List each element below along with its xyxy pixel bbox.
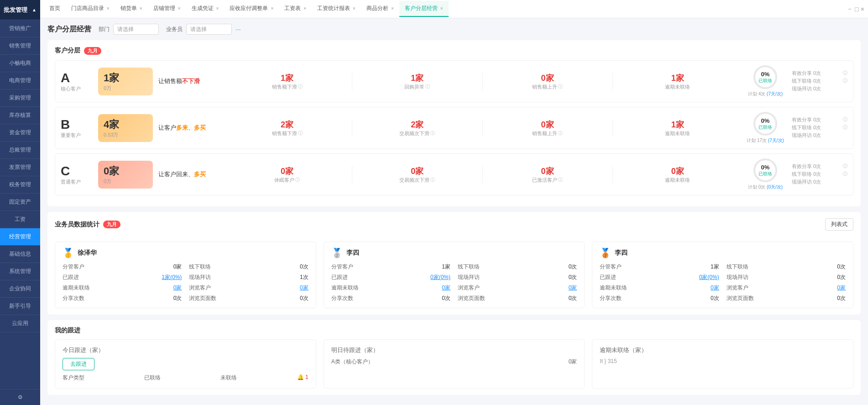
tier-a-stat-3[interactable]: 1家 逾期未联络 — [613, 73, 743, 90]
sidebar-item-gz[interactable]: 工资 — [0, 211, 40, 228]
tier-b-count: 4家 0.53万 — [98, 114, 153, 142]
tier-c-circle: 0% 已联络 计划 0次 (0天/次) — [743, 158, 788, 190]
tab-close-product-analysis[interactable]: × — [391, 6, 394, 11]
follow-overdue-card: 逾期未联络（家） It } 315 — [592, 339, 853, 389]
sidebar-item-yxtg[interactable]: 营销推广 — [0, 20, 40, 37]
tab-payroll-report[interactable]: 工资统计报表 × — [312, 1, 361, 17]
sidebar-item-xtgl[interactable]: 系统管理 — [0, 263, 40, 280]
staff-header-0: 🥇 徐泽华 — [63, 247, 309, 258]
tab-close-payroll-report[interactable]: × — [353, 6, 356, 11]
tier-a-stat-1[interactable]: 1家 回购异常 ⓘ — [352, 73, 482, 90]
gear-icon: ⚙ — [18, 394, 23, 400]
sidebar-item-dsgl[interactable]: 电商管理 — [0, 72, 40, 89]
medal-bronze-icon: 🥉 — [600, 247, 611, 258]
sidebar-item-kchj[interactable]: 库存核算 — [0, 107, 40, 124]
sidebar-item-zzgl[interactable]: 总账管理 — [0, 142, 40, 159]
follow-title: 我的跟进 — [55, 326, 853, 335]
sidebar-item-xcdds[interactable]: 小畅电商 — [0, 55, 40, 72]
tab-ar-ap[interactable]: 应收应付调整单 × — [224, 1, 279, 17]
follow-grid: 今日跟进（家） 去跟进 客户类型 已联络 未联络 🔔 1 — [55, 339, 853, 389]
staff-header-1: 🥈 李四 — [331, 247, 577, 258]
tier-b-stat-1[interactable]: 2家 交易频次下滑 ⓘ — [352, 119, 482, 137]
tier-a-side: 有效分享 0次ⓘ 线下联络 0次ⓘ 现场拜访 0次 — [788, 70, 847, 93]
sidebar-item-fpgl[interactable]: 发票管理 — [0, 159, 40, 176]
sidebar-item-qyxt[interactable]: 企业协同 — [0, 280, 40, 298]
sidebar-item-xsgl[interactable]: 销售管理 — [0, 37, 40, 55]
tier-b-label: B 重要客户 — [61, 117, 93, 139]
tab-close-store-manage[interactable]: × — [178, 6, 181, 11]
tier-b-stat-3[interactable]: 1家 逾期未联络 — [613, 119, 743, 137]
staff-stats-section: 业务员数据统计 九月 列表式 🥇 徐泽华 分管客户 0家 — [47, 212, 861, 315]
sidebar-item-swgl[interactable]: 税务管理 — [0, 176, 40, 194]
sidebar-collapse-icon[interactable]: ▲ — [32, 7, 37, 12]
staff-card-0: 🥇 徐泽华 分管客户 0家 线下联络 0次 已跟进 — [55, 242, 316, 308]
staff-stat-xcbf-1: 现场拜访 0次 — [458, 274, 577, 281]
staff-stat-llym-1: 浏览页面数 0次 — [458, 295, 577, 302]
tier-a-stat-0[interactable]: 1家 销售额下滑 ⓘ — [222, 73, 352, 90]
tab-window-controls: － □ × — [847, 5, 864, 13]
staff-stat-yjj-1: 已跟进 0家(0%) — [331, 274, 450, 281]
sidebar-settings[interactable]: ⚙ — [0, 389, 40, 405]
my-follow-section: 我的跟进 今日跟进（家） 去跟进 客户类型 已联络 未联络 🔔 1 — [47, 320, 861, 395]
staff-select[interactable]: 请选择 — [186, 24, 232, 35]
sidebar-item-zjgl[interactable]: 资金管理 — [0, 124, 40, 142]
dept-select[interactable]: 请选择 — [113, 24, 159, 35]
tab-voucher[interactable]: 生成凭证 × — [186, 1, 225, 17]
sidebar-item-cxgl[interactable]: 采购管理 — [0, 89, 40, 107]
minimize-icon[interactable]: － — [847, 5, 853, 13]
tab-customer-tier[interactable]: 客户分层经营 × — [399, 1, 449, 17]
staff-stat-llym-0: 浏览页面数 0次 — [189, 295, 308, 302]
staff-stat-fgkh-2: 分管客户 1家 — [600, 263, 719, 271]
tier-c-stat-3[interactable]: 0家 逾期未联络 — [613, 166, 743, 184]
tab-close-ar-ap[interactable]: × — [271, 6, 273, 11]
sidebar-item-xsyd[interactable]: 新手引导 — [0, 298, 40, 315]
go-follow-button[interactable]: 去跟进 — [63, 358, 94, 370]
tier-b-stat-2[interactable]: 0家 销售额上升 ⓘ — [483, 119, 613, 137]
staff-stats-header: 业务员数据统计 九月 列表式 — [55, 218, 853, 231]
staff-header-2: 🥉 李四 — [600, 247, 846, 258]
staff-stats-2: 分管客户 1家 线下联络 0次 已跟进 0家(0%) 现场拜访 — [600, 263, 846, 302]
tab-close-sales-order[interactable]: × — [140, 6, 142, 11]
sidebar-item-gdcz[interactable]: 固定资产 — [0, 194, 40, 211]
more-filter-btn[interactable]: ··· — [235, 26, 241, 33]
tab-store-products[interactable]: 门店商品目录 × — [66, 1, 115, 17]
tab-product-analysis[interactable]: 商品分析 × — [361, 1, 399, 17]
tab-store-manage[interactable]: 店铺管理 × — [148, 1, 186, 17]
tier-c-label: C 普通客户 — [61, 164, 93, 185]
tier-b-circle: 0% 已联络 计划 17次 (7天/次) — [743, 112, 788, 144]
tab-close-voucher[interactable]: × — [216, 6, 219, 11]
tier-c-stat-1[interactable]: 0家 交易频次下滑 ⓘ — [352, 166, 482, 184]
close-icon[interactable]: × — [861, 5, 864, 13]
tab-payroll[interactable]: 工资表 × — [279, 1, 312, 17]
tier-a-stat-2[interactable]: 0家 销售额上升 ⓘ — [483, 73, 613, 90]
tab-close-payroll[interactable]: × — [303, 6, 306, 11]
staff-card-1: 🥈 李四 分管客户 1家 线下联络 0次 已跟进 — [324, 242, 585, 308]
tier-c-stat-0[interactable]: 0家 休眠客户 ⓘ — [222, 166, 352, 184]
sidebar-item-jygl[interactable]: 经营管理 — [0, 228, 40, 246]
tier-row-c: C 普通客户 0家 0万 让客户回来、多买 0家 休眠客户 ⓘ 0家 — [55, 153, 853, 195]
staff-grid: 🥇 徐泽华 分管客户 0家 线下联络 0次 已跟进 — [55, 242, 853, 308]
staff-stat-yjj-2: 已跟进 0家(0%) — [600, 274, 719, 281]
tab-close-customer-tier[interactable]: × — [440, 6, 443, 11]
tab-sales-order[interactable]: 销货单 × — [115, 1, 148, 17]
follow-today-title: 今日跟进（家） — [63, 346, 309, 354]
tab-close-store-products[interactable]: × — [107, 6, 110, 11]
follow-today-card: 今日跟进（家） 去跟进 客户类型 已联络 未联络 🔔 1 — [55, 339, 316, 389]
staff-stat-llkh-2: 浏览客户 0家 — [727, 284, 846, 292]
list-view-button[interactable]: 列表式 — [825, 218, 853, 231]
staff-stat-yqwll-0: 逾期未联络 0家 — [63, 284, 182, 292]
tier-b-stat-0[interactable]: 2家 销售额下滑 ⓘ — [222, 119, 352, 137]
tab-home[interactable]: 首页 — [44, 1, 66, 17]
page-header: 客户分层经营 部门 请选择 业务员 请选择 ··· — [47, 24, 861, 35]
customer-tier-section: 客户分层 九月 A 核心客户 1家 0万 让销售额不下滑 1家 — [47, 40, 861, 206]
tier-c-stat-2[interactable]: 0家 已激活客户 ⓘ — [483, 166, 613, 184]
follow-overdue-title: 逾期未联络（家） — [600, 346, 846, 354]
tier-month-badge: 九月 — [84, 47, 101, 55]
sidebar-item-yyyp[interactable]: 云应用 — [0, 315, 40, 332]
tab-bar: 首页 门店商品目录 × 销货单 × 店铺管理 × 生成凭证 × 应收应付调整单 … — [40, 0, 868, 18]
sidebar-item-jcxx[interactable]: 基础信息 — [0, 246, 40, 263]
maximize-icon[interactable]: □ — [855, 5, 858, 13]
staff-stat-fxcs-2: 分享次数 0次 — [600, 295, 719, 302]
tier-c-side: 有效分享 0次ⓘ 线下联络 0次ⓘ 现场拜访 0次 — [788, 163, 847, 186]
tier-row-b: B 重要客户 4家 0.53万 让客户多来、多买 2家 销售额下滑 ⓘ 2 — [55, 107, 853, 149]
